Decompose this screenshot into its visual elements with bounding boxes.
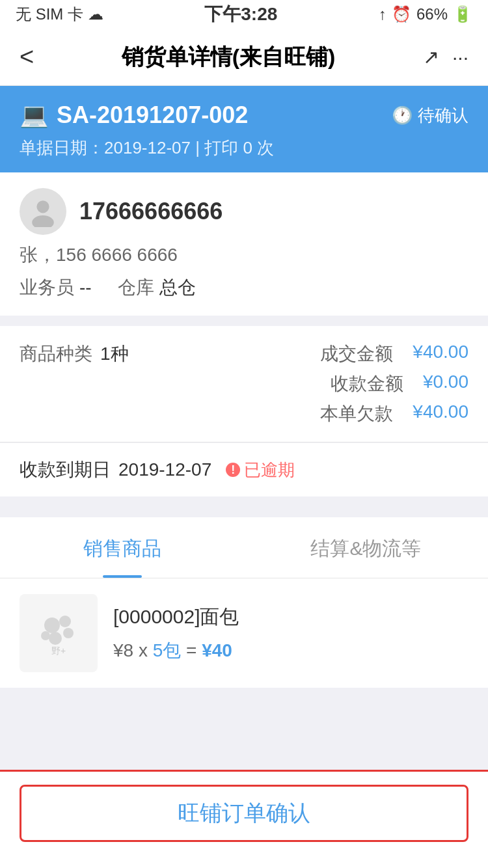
- status-left: 无 SIM 卡 ☁: [16, 4, 103, 25]
- svg-text:野+: 野+: [51, 645, 66, 656]
- status-time: 下午3:28: [204, 2, 277, 27]
- summary-left: 商品种类 1种: [20, 342, 129, 366]
- svg-point-0: [36, 200, 49, 213]
- customer-section: 17666666666 张，156 6666 6666 业务员 -- 仓库 总仓: [0, 172, 488, 316]
- due-date: 2019-12-07: [118, 459, 211, 480]
- warehouse-value: 总仓: [159, 275, 196, 300]
- tab-settlement-label: 结算&物流等: [310, 537, 421, 559]
- due-label: 收款到期日: [20, 457, 111, 482]
- salesperson-value: --: [79, 277, 92, 298]
- product-section: 野+ [0000002]面包 ¥8 x 5包 = ¥40: [0, 578, 488, 688]
- due-section: 收款到期日 2019-12-07 ! 已逾期: [0, 443, 488, 496]
- multiply-sign: x: [139, 640, 153, 660]
- equals-sign: =: [186, 640, 202, 660]
- confirm-button-wrap: 旺铺订单确认: [0, 770, 488, 868]
- svg-point-6: [41, 631, 50, 640]
- amount-row-1: 收款金额 ¥0.00: [331, 372, 468, 396]
- overdue-text: 已逾期: [244, 459, 295, 481]
- amount-label-2: 本单欠款: [320, 401, 393, 426]
- product-item: 野+ [0000002]面包 ¥8 x 5包 = ¥40: [20, 594, 468, 672]
- amount-value-1: ¥0.00: [423, 372, 468, 396]
- svg-point-5: [49, 632, 62, 645]
- status-bar: 无 SIM 卡 ☁ 下午3:28 ↑ ⏰ 66% 🔋: [0, 0, 488, 29]
- customer-phone: 17666666666: [79, 198, 223, 225]
- divider-1: [0, 316, 488, 326]
- customer-meta: 业务员 -- 仓库 总仓: [20, 275, 468, 300]
- amount-row-2: 本单欠款 ¥40.00: [320, 401, 468, 426]
- type-label: 商品种类: [20, 342, 92, 366]
- page-title: 销货单详情(来自旺铺): [122, 42, 336, 72]
- svg-point-4: [63, 628, 74, 638]
- product-thumbnail: 野+: [20, 594, 98, 672]
- tab-sales-label: 销售商品: [83, 537, 161, 559]
- divider-3: [0, 496, 488, 507]
- warehouse-label: 仓库: [118, 275, 154, 300]
- amount-row-0: 成交金额 ¥40.00: [320, 342, 468, 366]
- avatar: [20, 188, 66, 235]
- tabs-bar: 销售商品 结算&物流等: [0, 517, 488, 578]
- salesperson-item: 业务员 --: [20, 275, 92, 300]
- alarm-icon: ⏰: [392, 5, 411, 23]
- tabs-section: 销售商品 结算&物流等: [0, 517, 488, 578]
- summary-right: 成交金额 ¥40.00 收款金额 ¥0.00 本单欠款 ¥40.00: [320, 342, 468, 426]
- customer-name: 张，156 6666 6666: [20, 243, 468, 267]
- location-icon: ↑: [379, 5, 386, 23]
- nav-bar: < 销货单详情(来自旺铺) ↗ ···: [0, 29, 488, 86]
- nav-left: <: [20, 43, 34, 71]
- product-info: [0000002]面包 ¥8 x 5包 = ¥40: [113, 604, 468, 663]
- svg-point-2: [44, 617, 60, 633]
- battery-icon: 🔋: [453, 5, 472, 23]
- order-date: 单据日期：2019-12-07 | 打印 0 次: [20, 137, 468, 159]
- product-total: ¥40: [202, 640, 232, 660]
- order-header: 💻 SA-20191207-002 🕐 待确认 单据日期：2019-12-07 …: [0, 86, 488, 172]
- amount-value-0: ¥40.00: [413, 342, 468, 366]
- amount-label-0: 成交金额: [320, 342, 393, 366]
- overdue-badge: ! 已逾期: [226, 459, 295, 481]
- tab-sales-products[interactable]: 销售商品: [0, 517, 244, 578]
- status-text: 待确认: [418, 104, 468, 127]
- type-value: 1种: [100, 342, 129, 366]
- amount-value-2: ¥40.00: [413, 401, 468, 426]
- order-status: 🕐 待确认: [392, 104, 468, 127]
- amount-label-1: 收款金额: [331, 372, 403, 396]
- summary-section: 商品种类 1种 成交金额 ¥40.00 收款金额 ¥0.00 本单欠款 ¥40.…: [0, 326, 488, 442]
- product-qty: 5包: [153, 640, 182, 660]
- product-price: ¥8 x 5包 = ¥40: [113, 638, 468, 663]
- confirm-button[interactable]: 旺铺订单确认: [20, 785, 468, 842]
- nav-right: ↗ ···: [423, 46, 468, 68]
- price-value: ¥8: [113, 640, 133, 660]
- export-icon[interactable]: ↗: [423, 46, 439, 68]
- order-id-text: SA-20191207-002: [57, 102, 248, 129]
- battery-label: 66%: [416, 5, 448, 23]
- order-id: 💻 SA-20191207-002: [20, 102, 248, 129]
- overdue-icon: !: [226, 463, 240, 477]
- status-clock-icon: 🕐: [392, 105, 413, 126]
- svg-point-3: [59, 616, 71, 627]
- status-right: ↑ ⏰ 66% 🔋: [379, 5, 472, 23]
- product-name: [0000002]面包: [113, 604, 468, 631]
- order-id-icon: 💻: [20, 102, 49, 129]
- warehouse-item: 仓库 总仓: [118, 275, 196, 300]
- back-button[interactable]: <: [20, 43, 34, 71]
- sim-label: 无 SIM 卡 ☁: [16, 4, 103, 25]
- divider-2: [0, 442, 488, 442]
- tab-settlement[interactable]: 结算&物流等: [244, 517, 488, 578]
- svg-point-1: [32, 215, 54, 227]
- more-icon[interactable]: ···: [452, 46, 468, 68]
- salesperson-label: 业务员: [20, 275, 74, 300]
